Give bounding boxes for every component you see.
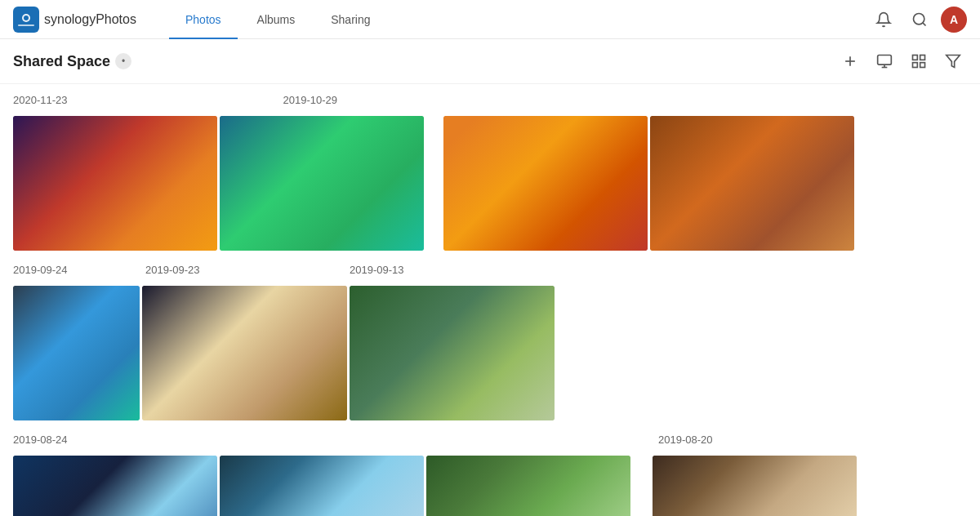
header: synologyPhotos Photos Albums Sharing A [0, 0, 980, 39]
svg-rect-14 [920, 63, 925, 68]
date-label-2019-08-20: 2019-08-20 [658, 434, 713, 446]
grid-button[interactable] [905, 47, 933, 75]
date-label-2020-11-23: 2020-11-23 [13, 94, 68, 106]
photo-cell[interactable] [220, 456, 424, 516]
photo-cell[interactable] [650, 116, 854, 251]
notification-button[interactable] [869, 5, 898, 34]
filter-button[interactable] [939, 47, 967, 75]
header-actions: A [869, 5, 967, 34]
date-label-2019-09-23: 2019-09-23 [142, 264, 350, 276]
slideshow-button[interactable] [871, 47, 898, 75]
breadcrumb-options[interactable]: • [115, 53, 131, 69]
filter-icon [945, 53, 961, 69]
date-label-2019-09-24: 2019-09-24 [13, 264, 142, 276]
toolbar: Shared Space • [0, 39, 980, 84]
breadcrumb: Shared Space • [13, 53, 131, 70]
breadcrumb-label: Shared Space [13, 53, 110, 70]
photo-cell[interactable] [443, 116, 648, 251]
svg-marker-15 [947, 56, 960, 68]
logo: synologyPhotos [13, 7, 136, 33]
main-content: 2020-11-23 2019-10-29 2019-09-24 2019-09… [0, 84, 980, 516]
main-nav: Photos Albums Sharing [169, 0, 387, 38]
date-label-2019-09-13: 2019-09-13 [350, 264, 404, 276]
nav-photos[interactable]: Photos [169, 1, 238, 39]
svg-point-4 [914, 13, 924, 24]
svg-rect-13 [913, 63, 918, 68]
photo-cell[interactable] [220, 116, 424, 251]
photo-cell[interactable] [350, 286, 555, 420]
search-button[interactable] [905, 5, 934, 34]
nav-sharing[interactable]: Sharing [314, 1, 386, 39]
date-label-2019-08-24: 2019-08-24 [13, 434, 658, 446]
logo-text: synologyPhotos [44, 12, 136, 27]
svg-rect-11 [913, 56, 918, 60]
photo-cell[interactable] [653, 456, 857, 516]
photo-cell[interactable] [13, 286, 140, 420]
date-label-2019-10-29: 2019-10-29 [283, 94, 338, 106]
search-icon [911, 11, 928, 28]
svg-line-5 [923, 22, 926, 25]
svg-rect-12 [920, 56, 925, 60]
svg-point-2 [24, 16, 29, 20]
avatar[interactable]: A [941, 7, 967, 33]
svg-rect-8 [878, 56, 892, 65]
notification-icon [875, 11, 892, 28]
photo-cell[interactable] [13, 456, 217, 516]
logo-icon [13, 7, 39, 33]
nav-albums[interactable]: Albums [241, 1, 312, 39]
photo-cell[interactable] [142, 286, 347, 420]
photo-cell[interactable] [13, 116, 217, 251]
slideshow-icon [876, 53, 893, 69]
svg-rect-3 [18, 24, 34, 26]
toolbar-right [836, 47, 967, 75]
add-button[interactable] [836, 47, 864, 75]
add-icon [842, 53, 858, 69]
grid-icon [911, 53, 927, 69]
photo-cell[interactable] [426, 456, 630, 516]
